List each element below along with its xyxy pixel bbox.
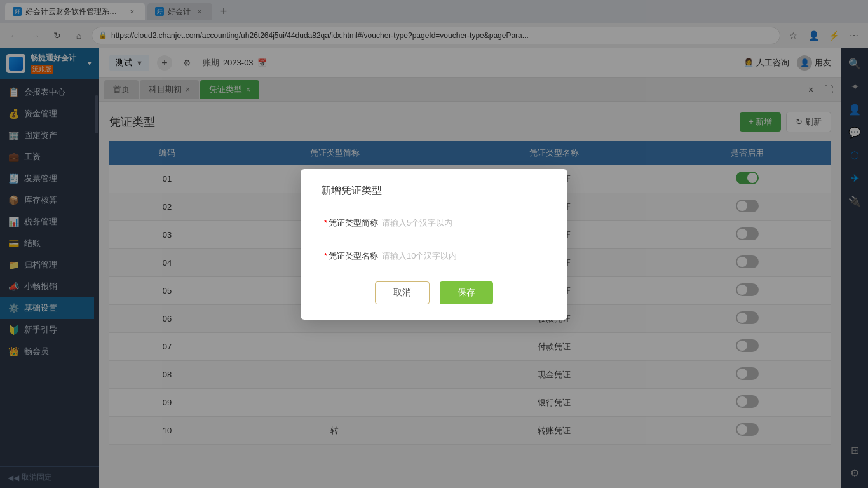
name-label: *凭证类型名称 <box>321 250 378 262</box>
dialog-title: 新增凭证类型 <box>321 184 547 198</box>
form-row-name: *凭证类型名称 <box>321 246 547 266</box>
dialog-overlay: 新增凭证类型 *凭证类型简称 *凭证类型名称 取消 保存 <box>0 0 868 488</box>
dialog-footer: 取消 保存 <box>321 281 547 304</box>
name-input[interactable] <box>378 246 547 266</box>
save-button[interactable]: 保存 <box>440 281 493 304</box>
abbr-label: *凭证类型简称 <box>321 217 378 229</box>
form-row-abbr: *凭证类型简称 <box>321 213 547 233</box>
abbr-input[interactable] <box>378 213 547 233</box>
required-star-name: * <box>324 251 327 261</box>
required-star-abbr: * <box>324 218 327 227</box>
add-voucher-type-dialog: 新增凭证类型 *凭证类型简称 *凭证类型名称 取消 保存 <box>301 169 567 320</box>
cancel-button[interactable]: 取消 <box>375 281 430 304</box>
